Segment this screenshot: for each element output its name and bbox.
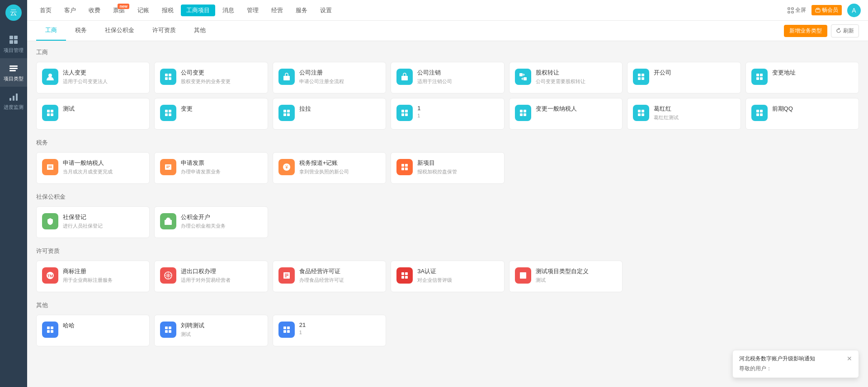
tab-shuiwu[interactable]: 税务 xyxy=(66,21,96,41)
tab-gongshang[interactable]: 工商 xyxy=(36,21,66,41)
card-qiqi[interactable]: 前期QQ xyxy=(745,98,859,130)
svg-rect-52 xyxy=(524,110,526,112)
svg-rect-19 xyxy=(165,74,168,76)
xuke-cards: TM 商标注册 用于企业商标注册服务 进出口权办理 适用于对外贸易经营者 xyxy=(36,261,859,292)
card-import-export[interactable]: 进出口权办理 适用于对外贸易经营者 xyxy=(154,261,268,292)
svg-rect-32 xyxy=(760,74,763,76)
card-trademark[interactable]: TM 商标注册 用于企业商标注册服务 xyxy=(36,261,150,292)
card-icon-test-type xyxy=(515,267,531,284)
fullscreen-button[interactable]: 全屏 xyxy=(788,6,806,14)
nav-invoice[interactable]: 票据 new xyxy=(108,5,130,16)
sidebar-item-project-type[interactable]: 项目类型 xyxy=(0,58,27,87)
notification-close-button[interactable]: ✕ xyxy=(847,355,852,362)
svg-rect-56 xyxy=(642,110,644,112)
svg-rect-23 xyxy=(283,76,290,80)
svg-rect-6 xyxy=(9,65,18,67)
shebao-cards: 社保登记 进行人员社保登记 公积金开户 办理公积金相关业务 xyxy=(36,206,859,238)
card-change-address[interactable]: 变更地址 xyxy=(745,62,859,93)
card-lala[interactable]: 拉拉 xyxy=(273,98,386,130)
refresh-icon xyxy=(836,28,841,33)
svg-rect-12 xyxy=(788,8,790,9)
svg-text:TM: TM xyxy=(47,274,53,278)
nav-manage[interactable]: 管理 xyxy=(241,5,264,16)
tab-other[interactable]: 其他 xyxy=(185,21,215,41)
fullscreen-icon xyxy=(788,7,794,14)
card-company-change[interactable]: 公司变更 股权变更外的业务变更 xyxy=(154,62,268,93)
svg-rect-53 xyxy=(520,113,523,116)
card-3a-cert[interactable]: 3A认证 对企业信誉评级 xyxy=(391,261,504,292)
nav-message[interactable]: 消息 xyxy=(217,5,240,16)
tab-xuke[interactable]: 许可资质 xyxy=(143,21,185,41)
svg-rect-100 xyxy=(283,330,286,333)
card-company-register[interactable]: 公司注册 申请公司注册全流程 xyxy=(273,62,386,93)
svg-rect-62 xyxy=(760,113,763,116)
card-one[interactable]: 1 1 xyxy=(391,98,504,130)
svg-rect-20 xyxy=(169,74,171,76)
invoice-badge: new xyxy=(118,4,129,9)
sidebar-item-project-mgmt[interactable]: 项目管理 xyxy=(0,30,27,58)
card-legal-change[interactable]: 法人变更 适用于公司变更法人 xyxy=(36,62,150,93)
nav-billing[interactable]: 收费 xyxy=(83,5,106,16)
card-change2[interactable]: 变更 xyxy=(154,98,268,130)
card-icon-change2 xyxy=(160,105,176,121)
svg-rect-33 xyxy=(756,77,759,80)
nav-client[interactable]: 客户 xyxy=(59,5,81,16)
topnav: 首页 客户 收费 票据 new 记账 报税 工商项目 消息 管理 经营 服务 设… xyxy=(27,0,868,21)
svg-rect-59 xyxy=(756,110,759,112)
svg-rect-54 xyxy=(524,113,526,116)
card-twenty-one[interactable]: 21 1 xyxy=(273,315,386,346)
card-company-cancel[interactable]: 公司注销 适用于注销公司 xyxy=(391,62,504,93)
card-mohonghong[interactable]: 葛红红 葛红红测试 xyxy=(627,98,741,130)
nav-service[interactable]: 服务 xyxy=(290,5,313,16)
nav-operation[interactable]: 经营 xyxy=(266,5,288,16)
topnav-right: 全屏 畅会员 A xyxy=(788,4,861,17)
svg-rect-14 xyxy=(788,11,790,13)
nav-home[interactable]: 首页 xyxy=(34,5,57,16)
card-food-license[interactable]: 食品经营许可证 办理食品经营许可证 xyxy=(273,261,386,292)
card-liupeng-test[interactable]: 刘聘测试 测试 xyxy=(154,315,268,346)
notification-popup: 河北税务数字账户升级影响通知 ✕ 尊敬的用户： xyxy=(732,350,859,378)
tab-bar: 工商 税务 社保公积金 许可资质 其他 新增业务类型 刷新 xyxy=(27,21,868,41)
card-haha[interactable]: 哈哈 xyxy=(36,315,150,346)
card-apply-taxpayer[interactable]: 申请一般纳税人 当月或次月成变更完成 xyxy=(36,152,150,184)
nav-settings[interactable]: 设置 xyxy=(315,5,337,16)
svg-text:¥: ¥ xyxy=(285,165,288,170)
card-icon-test xyxy=(42,105,58,121)
new-type-button[interactable]: 新增业务类型 xyxy=(784,25,827,37)
card-tax-report-account[interactable]: ¥ 税务报道+记账 拿到营业执照的新公司 xyxy=(273,152,386,184)
card-shebao-reg[interactable]: 社保登记 进行人员社保登记 xyxy=(36,206,150,238)
nav-tax[interactable]: 报税 xyxy=(156,5,179,16)
card-icon-haha xyxy=(42,322,58,338)
section-title-shebao: 社保公积金 xyxy=(36,193,859,201)
sidebar-logo[interactable]: 云 xyxy=(5,5,22,21)
svg-rect-15 xyxy=(792,11,793,13)
card-equity-transfer[interactable]: 股权转让 公司变更需要股权转让 xyxy=(509,62,623,93)
tab-shebao[interactable]: 社保公积金 xyxy=(96,21,143,41)
card-open-company[interactable]: 开公司 xyxy=(627,62,741,93)
card-new-project[interactable]: 新项目 报税加税控盘保管 xyxy=(391,152,504,184)
svg-rect-5 xyxy=(14,40,18,44)
svg-rect-85 xyxy=(401,272,404,275)
shuiwu-cards: 申请一般纳税人 当月或次月成变更完成 申请发票 办理申请发票业务 ¥ xyxy=(36,152,859,184)
sidebar-item-progress[interactable]: 进度监测 xyxy=(0,87,27,115)
svg-rect-28 xyxy=(642,74,644,76)
member-button[interactable]: 畅会员 xyxy=(811,5,842,15)
svg-rect-96 xyxy=(165,330,168,333)
scroll-area: 工商 法人变更 适用于公司变更法人 xyxy=(27,41,868,387)
user-avatar[interactable]: A xyxy=(847,4,861,17)
card-change-taxpayer[interactable]: 变更一般纳税人 xyxy=(509,98,623,130)
card-gjj-open[interactable]: 公积金开户 办理公积金相关业务 xyxy=(154,206,268,238)
card-test-type[interactable]: 测试项目类型自定义 测试 xyxy=(509,261,623,292)
svg-rect-34 xyxy=(760,77,763,80)
nav-bizproject[interactable]: 工商项目 xyxy=(181,5,215,16)
sidebar-label-project-mgmt: 项目管理 xyxy=(4,47,24,54)
svg-rect-50 xyxy=(405,113,408,116)
refresh-button[interactable]: 刷新 xyxy=(831,24,859,37)
card-apply-invoice[interactable]: 申请发票 办理申请发票业务 xyxy=(154,152,268,184)
nav-account[interactable]: 记账 xyxy=(132,5,155,16)
card-test[interactable]: 测试 xyxy=(36,98,150,130)
svg-rect-92 xyxy=(47,330,50,333)
sidebar: 云 项目管理 项目类型 xyxy=(0,0,27,387)
card-icon-company-change xyxy=(160,69,176,85)
card-icon-one xyxy=(396,105,413,121)
